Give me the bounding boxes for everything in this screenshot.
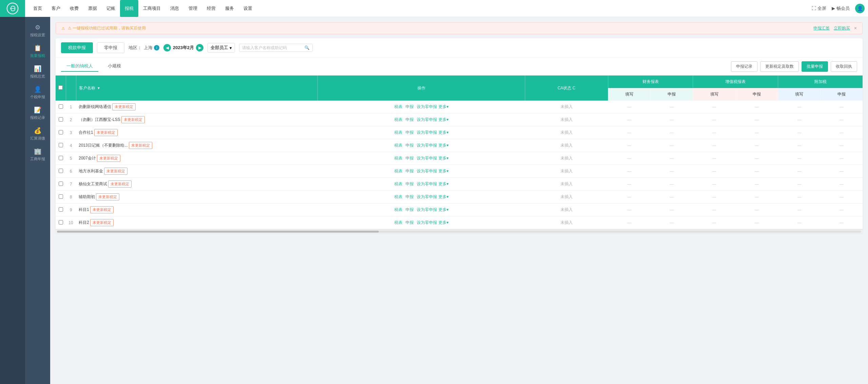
nav-invoice[interactable]: 票据: [83, 0, 102, 17]
op-declare[interactable]: 申报: [406, 207, 414, 212]
th-checkbox[interactable]: [56, 76, 66, 101]
btn-record[interactable]: 申报记录: [731, 61, 757, 72]
row-checkbox[interactable]: [59, 156, 63, 160]
op-tax-form[interactable]: 税表: [394, 220, 402, 225]
op-more[interactable]: 更多▾: [438, 182, 449, 186]
sort-icon[interactable]: ▾: [98, 86, 100, 90]
op-tax-form[interactable]: 税表: [394, 143, 402, 148]
op-set-zero[interactable]: 设为零申报: [417, 117, 437, 122]
user-avatar[interactable]: 👤: [855, 4, 865, 13]
op-declare[interactable]: 申报: [406, 156, 414, 161]
op-set-zero[interactable]: 设为零申报: [417, 143, 437, 148]
type-tab-small[interactable]: 小规模: [102, 61, 126, 72]
nav-settings[interactable]: 设置: [239, 0, 257, 17]
row-checkbox[interactable]: [59, 143, 63, 147]
op-declare[interactable]: 申报: [406, 220, 414, 225]
op-tax-form[interactable]: 税表: [394, 156, 402, 161]
nav-operation[interactable]: 经营: [202, 0, 220, 17]
btn-update[interactable]: 更新税定及取数: [760, 61, 799, 72]
scrollbar-track[interactable]: [57, 231, 861, 233]
op-set-zero[interactable]: 设为零申报: [417, 220, 437, 225]
op-more[interactable]: 更多▾: [438, 169, 449, 173]
row-checkbox-cell[interactable]: [56, 178, 66, 191]
btn-batch-declare[interactable]: 批量申报: [802, 61, 828, 72]
search-icon[interactable]: 🔍: [304, 45, 310, 50]
nav-message[interactable]: 消息: [165, 0, 184, 17]
sub-nav-annual-clearance[interactable]: 💰 汇算清缴: [25, 124, 50, 144]
search-input[interactable]: [242, 45, 303, 50]
op-tax-form[interactable]: 税表: [394, 104, 402, 109]
row-checkbox[interactable]: [59, 117, 63, 122]
select-all-checkbox[interactable]: [58, 85, 63, 90]
op-declare[interactable]: 申报: [406, 169, 414, 173]
op-tax-form[interactable]: 税表: [394, 194, 402, 199]
op-declare[interactable]: 申报: [406, 117, 414, 122]
row-checkbox-cell[interactable]: [56, 126, 66, 139]
op-tax-form[interactable]: 税表: [394, 207, 402, 212]
row-checkbox-cell[interactable]: [56, 191, 66, 204]
op-set-zero[interactable]: 设为零申报: [417, 104, 437, 109]
row-checkbox[interactable]: [59, 207, 63, 212]
op-set-zero[interactable]: 设为零申报: [417, 207, 437, 212]
fullscreen-btn[interactable]: ⛶ 全屏: [812, 5, 826, 12]
nav-home[interactable]: 首页: [28, 0, 47, 17]
op-set-zero[interactable]: 设为零申报: [417, 194, 437, 199]
nav-service[interactable]: 服务: [220, 0, 239, 17]
tab-tax-declaration[interactable]: 税款申报: [61, 42, 93, 53]
row-checkbox-cell[interactable]: [56, 113, 66, 126]
op-set-zero[interactable]: 设为零申报: [417, 130, 437, 135]
row-checkbox-cell[interactable]: [56, 204, 66, 216]
op-tax-form[interactable]: 税表: [394, 117, 402, 122]
row-checkbox-cell[interactable]: [56, 101, 66, 113]
notice-close-btn[interactable]: ×: [854, 25, 857, 31]
row-checkbox[interactable]: [59, 194, 63, 199]
op-more[interactable]: 更多▾: [438, 220, 449, 225]
tab-zero-declaration[interactable]: 零申报: [97, 42, 124, 53]
op-more[interactable]: 更多▾: [438, 130, 449, 135]
nav-billing[interactable]: 收费: [65, 0, 83, 17]
sub-nav-batch-tax[interactable]: 📋 批量报税: [25, 41, 50, 62]
row-checkbox[interactable]: [59, 130, 63, 134]
op-more[interactable]: 更多▾: [438, 117, 449, 122]
row-checkbox-cell[interactable]: [56, 152, 66, 165]
op-more[interactable]: 更多▾: [438, 104, 449, 109]
row-checkbox-cell[interactable]: [56, 165, 66, 178]
nav-customer[interactable]: 客户: [47, 0, 65, 17]
nav-tax[interactable]: 报税: [120, 0, 138, 17]
op-more[interactable]: 更多▾: [438, 194, 449, 199]
op-set-zero[interactable]: 设为零申报: [417, 156, 437, 161]
row-checkbox-cell[interactable]: [56, 139, 66, 152]
op-declare[interactable]: 申报: [406, 182, 414, 186]
row-checkbox[interactable]: [59, 104, 63, 109]
op-set-zero[interactable]: 设为零申报: [417, 169, 437, 173]
row-checkbox[interactable]: [59, 169, 63, 173]
sub-nav-personal-tax[interactable]: 👤 个税申报: [25, 82, 50, 103]
op-tax-form[interactable]: 税表: [394, 169, 402, 173]
nav-management[interactable]: 管理: [184, 0, 202, 17]
row-checkbox[interactable]: [59, 220, 63, 225]
op-declare[interactable]: 申报: [406, 130, 414, 135]
op-declare[interactable]: 申报: [406, 104, 414, 109]
op-declare[interactable]: 申报: [406, 194, 414, 199]
nav-accounting[interactable]: 记账: [102, 0, 120, 17]
scrollbar-area[interactable]: [56, 229, 863, 233]
op-more[interactable]: 更多▾: [438, 143, 449, 148]
notice-link2[interactable]: 立即购买: [834, 25, 850, 31]
sub-nav-tax-overview[interactable]: 📊 报税总览: [25, 62, 50, 82]
op-set-zero[interactable]: 设为零申报: [417, 182, 437, 186]
nav-business[interactable]: 工商项目: [138, 0, 165, 17]
region-info-icon[interactable]: i: [154, 45, 159, 50]
next-month-btn[interactable]: ▶: [196, 44, 203, 51]
sub-nav-tax-settings[interactable]: ⚙ 报税设置: [25, 20, 50, 41]
row-checkbox-cell[interactable]: [56, 216, 66, 229]
op-declare[interactable]: 申报: [406, 143, 414, 148]
upgrade-btn[interactable]: ▶ 畅会员: [832, 5, 850, 12]
notice-link1[interactable]: 申报汇签: [813, 25, 830, 31]
btn-retrieve[interactable]: 收取回执: [831, 61, 857, 72]
sub-nav-annual-report[interactable]: 🏢 工商年报: [25, 144, 50, 165]
prev-month-btn[interactable]: ◀: [163, 44, 171, 51]
op-more[interactable]: 更多▾: [438, 207, 449, 212]
type-tab-general[interactable]: 一般的纳税人: [61, 61, 98, 72]
op-tax-form[interactable]: 税表: [394, 130, 402, 135]
scrollbar-thumb[interactable]: [57, 231, 379, 233]
